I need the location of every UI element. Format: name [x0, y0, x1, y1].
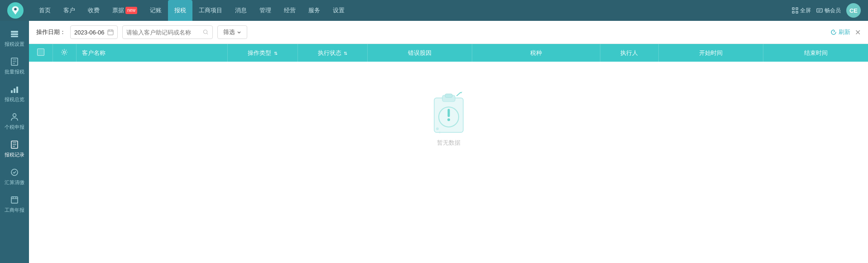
main-layout: 报税设置 批量报税 报税总览	[0, 21, 868, 263]
gear-icon	[61, 49, 68, 56]
sidebar-item-tax-settings[interactable]: 报税设置	[0, 24, 29, 52]
data-table: 客户名称 操作类型 ⇅ 执行状态 ⇅ 错误股因 税种 执行人 开始时间	[29, 44, 868, 165]
svg-rect-16	[11, 197, 18, 203]
nav-customer[interactable]: 客户	[57, 0, 82, 21]
sidebar-item-annual-report[interactable]: 工商年报	[0, 190, 29, 218]
col-executor-header: 执行人	[600, 44, 659, 62]
svg-rect-6	[11, 31, 18, 33]
empty-row: 暂无数据	[29, 62, 868, 165]
top-navigation: 首页 客户 收费 票据 new 记账 报税 工商项目 消息 管理 经营 服务 设…	[0, 0, 868, 21]
svg-rect-4	[796, 11, 798, 13]
svg-point-28	[436, 127, 439, 130]
search-box[interactable]	[122, 25, 213, 39]
svg-point-19	[63, 51, 66, 54]
date-picker[interactable]: 2023-06-06	[70, 25, 118, 39]
invoice-badge: new	[125, 7, 137, 14]
col-gear[interactable]	[53, 44, 77, 62]
person-icon	[10, 112, 19, 122]
toolbar: 操作日期： 2023-06-06 筛选	[29, 21, 868, 44]
col-client-header: 客户名称	[77, 44, 228, 62]
svg-rect-17	[108, 30, 113, 35]
svg-marker-27	[460, 92, 462, 93]
empty-state: 暂无数据	[29, 62, 868, 165]
settings-icon	[10, 29, 19, 39]
nav-services[interactable]: 服务	[302, 0, 326, 21]
chevron-down-icon	[237, 30, 241, 34]
col-start-header: 开始时间	[658, 44, 763, 62]
col-optype-header[interactable]: 操作类型 ⇅	[228, 44, 297, 62]
svg-rect-8	[11, 36, 18, 37]
nav-billing[interactable]: 收费	[82, 0, 106, 21]
col-checkbox[interactable]	[29, 44, 53, 62]
col-status-header[interactable]: 执行状态 ⇅	[297, 44, 367, 62]
svg-line-26	[457, 93, 460, 96]
svg-rect-7	[11, 34, 18, 35]
nav-right: 全屏 畅会员 CE	[792, 3, 861, 18]
batch-icon	[10, 57, 19, 67]
sidebar-item-settlement[interactable]: 汇算清缴	[0, 163, 29, 190]
nav-items: 首页 客户 收费 票据 new 记账 报税 工商项目 消息 管理 经营 服务 设…	[33, 0, 792, 21]
nav-messages[interactable]: 消息	[229, 0, 253, 21]
nav-operations[interactable]: 经营	[278, 0, 302, 21]
svg-point-18	[203, 30, 207, 34]
svg-rect-10	[11, 90, 13, 93]
svg-rect-11	[14, 88, 15, 93]
close-button[interactable]: ✕	[855, 28, 861, 37]
sidebar-item-batch-tax[interactable]: 批量报税	[0, 52, 29, 80]
filter-button[interactable]: 筛选	[217, 25, 247, 39]
sidebar: 报税设置 批量报税 报税总览	[0, 21, 29, 263]
annual-icon	[10, 195, 19, 205]
records-icon	[10, 140, 19, 150]
empty-illustration	[426, 89, 471, 139]
sidebar-item-individual-tax[interactable]: 个税申报	[0, 107, 29, 135]
svg-rect-12	[16, 87, 18, 93]
app-logo[interactable]	[7, 2, 24, 19]
refresh-icon	[830, 29, 837, 35]
table-body: 暂无数据	[29, 62, 868, 165]
nav-invoice[interactable]: 票据 new	[106, 0, 144, 21]
col-error-header: 错误股因	[367, 44, 472, 62]
svg-rect-3	[792, 11, 794, 13]
empty-text: 暂无数据	[437, 139, 460, 147]
col-tax-header: 税种	[472, 44, 600, 62]
settlement-icon	[10, 167, 19, 177]
svg-rect-1	[792, 8, 794, 10]
sidebar-item-tax-records[interactable]: 报税记录	[0, 135, 29, 163]
nav-management[interactable]: 管理	[253, 0, 278, 21]
svg-rect-24	[447, 109, 450, 117]
search-icon	[203, 29, 209, 35]
sidebar-item-tax-summary[interactable]: 报税总览	[0, 80, 29, 107]
nav-business[interactable]: 工商项目	[192, 0, 229, 21]
table-header-row: 客户名称 操作类型 ⇅ 执行状态 ⇅ 错误股因 税种 执行人 开始时间	[29, 44, 868, 62]
svg-rect-5	[817, 9, 822, 12]
optype-sort-icon: ⇅	[274, 51, 278, 56]
svg-point-29	[439, 132, 441, 133]
avatar[interactable]: CE	[846, 3, 861, 18]
status-sort-icon: ⇅	[344, 51, 347, 56]
nav-home[interactable]: 首页	[33, 0, 57, 21]
svg-point-13	[13, 114, 16, 117]
calendar-icon	[107, 29, 114, 35]
header-checkbox[interactable]	[37, 49, 44, 56]
main-content: 操作日期： 2023-06-06 筛选	[29, 21, 868, 263]
svg-point-0	[14, 8, 17, 11]
svg-rect-2	[796, 8, 798, 10]
member-button[interactable]: 畅会员	[816, 7, 841, 15]
nav-tax[interactable]: 报税	[168, 0, 192, 21]
table-wrap: 客户名称 操作类型 ⇅ 执行状态 ⇅ 错误股因 税种 执行人 开始时间	[29, 44, 868, 263]
svg-rect-22	[445, 94, 452, 97]
nav-settings[interactable]: 设置	[326, 0, 351, 21]
search-input[interactable]	[126, 29, 201, 36]
col-end-header: 结束时间	[763, 44, 868, 62]
summary-icon	[10, 84, 19, 94]
date-label: 操作日期：	[36, 28, 66, 36]
toolbar-right: 刷新 ✕	[830, 28, 861, 37]
nav-bookkeeping[interactable]: 记账	[144, 0, 168, 21]
refresh-button[interactable]: 刷新	[830, 28, 850, 36]
fullscreen-button[interactable]: 全屏	[792, 7, 811, 15]
svg-point-25	[447, 118, 450, 121]
